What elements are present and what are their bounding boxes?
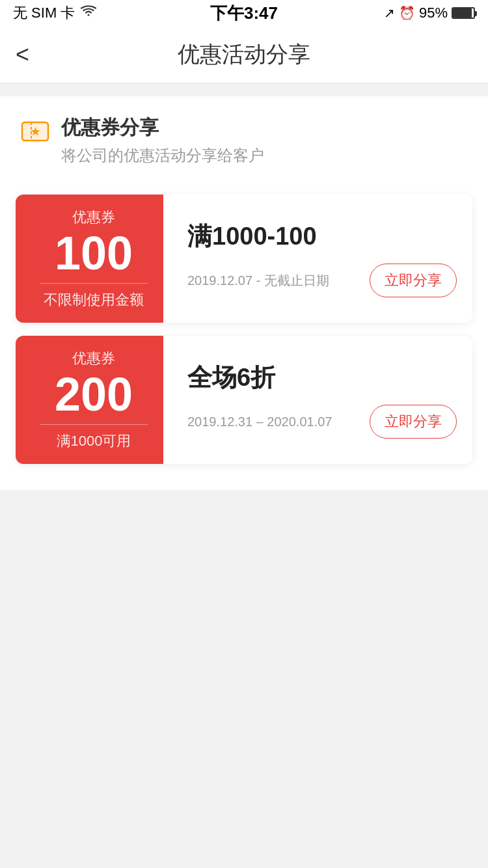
coupon-name-1: 满1000-100: [187, 220, 457, 253]
coupon-stub-label-1: 优惠券: [72, 208, 115, 227]
coupon-meta-1: 2019.12.07 - 无截止日期 立即分享: [187, 264, 457, 297]
status-bar: 无 SIM 卡 下午3:47 ↗ ⏰ 95%: [0, 0, 488, 26]
status-left: 无 SIM 卡: [13, 3, 97, 23]
battery-percent: 95%: [419, 5, 448, 21]
coupon-card-2: 优惠券 200 满1000可用 全场6折 2019.12.31 – 2020.0…: [16, 336, 472, 464]
section-subtitle: 将公司的优惠活动分享给客户: [61, 145, 264, 166]
nav-bar: < 优惠活动分享: [0, 26, 488, 83]
section-title: 优惠券分享: [61, 115, 264, 141]
coupon-stub-divider-1: [40, 283, 148, 284]
section-text: 优惠券分享 将公司的优惠活动分享给客户: [61, 115, 264, 166]
back-button[interactable]: <: [16, 41, 29, 68]
coupon-icon: ★: [20, 116, 51, 147]
coupon-list: 优惠券 100 不限制使用金额 满1000-100 2019.12.07 - 无…: [0, 182, 488, 490]
status-right: ↗ ⏰ 95%: [384, 5, 475, 21]
coupon-info-2: 全场6折 2019.12.31 – 2020.01.07 立即分享: [172, 336, 472, 464]
coupon-card: 优惠券 100 不限制使用金额 满1000-100 2019.12.07 - 无…: [16, 195, 472, 323]
coupon-stub-2: 优惠券 200 满1000可用: [16, 336, 172, 464]
coupon-stub-label-2: 优惠券: [72, 349, 115, 368]
coupon-stub-condition-2: 满1000可用: [57, 431, 131, 451]
share-button-2[interactable]: 立即分享: [370, 405, 457, 439]
alarm-icon: ⏰: [399, 5, 415, 21]
coupon-name-2: 全场6折: [187, 361, 457, 394]
coupon-stub-divider-2: [40, 424, 148, 425]
coupon-date-1: 2019.12.07 - 无截止日期: [187, 272, 362, 290]
coupon-stub-1: 优惠券 100 不限制使用金额: [16, 195, 172, 323]
share-button-1[interactable]: 立即分享: [370, 264, 457, 297]
coupon-stub-value-1: 100: [55, 230, 133, 277]
status-time: 下午3:47: [210, 2, 278, 25]
coupon-stub-condition-1: 不限制使用金额: [44, 290, 144, 310]
coupon-date-2: 2019.12.31 – 2020.01.07: [187, 414, 362, 429]
location-icon: ↗: [384, 5, 395, 21]
wifi-icon: [80, 5, 97, 21]
coupon-stub-value-2: 200: [55, 371, 133, 418]
coupon-info-1: 满1000-100 2019.12.07 - 无截止日期 立即分享: [172, 195, 472, 323]
bottom-empty-area: [0, 490, 488, 868]
top-divider: [0, 83, 488, 96]
section-header: ★ 优惠券分享 将公司的优惠活动分享给客户: [0, 96, 488, 182]
carrier-text: 无 SIM 卡: [13, 3, 75, 23]
battery-icon: [452, 7, 475, 19]
svg-text:★: ★: [31, 126, 40, 137]
page-title: 优惠活动分享: [178, 40, 310, 70]
coupon-meta-2: 2019.12.31 – 2020.01.07 立即分享: [187, 405, 457, 439]
